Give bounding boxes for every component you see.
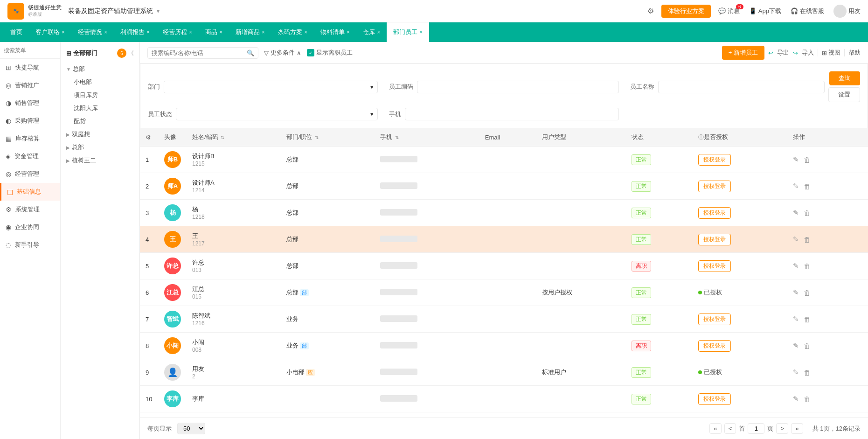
dept-group-header-general[interactable]: ▼ 总部: [61, 63, 139, 76]
sidebar-item-operation[interactable]: ◎经营管理: [0, 165, 60, 183]
nav-item-客户联络[interactable]: 客户联络×: [29, 22, 71, 42]
edit-icon[interactable]: ✎: [793, 262, 799, 270]
delete-icon[interactable]: 🗑: [804, 315, 811, 323]
sidebar-item-marketing[interactable]: ◎营销推广: [0, 77, 60, 94]
nav-close-icon[interactable]: ×: [419, 29, 423, 35]
emp-name-input[interactable]: [658, 81, 825, 93]
sidebar-search-input[interactable]: [4, 47, 61, 54]
nav-item-利润报告[interactable]: 利润报告×: [114, 22, 156, 42]
sidebar-item-quick-nav[interactable]: ⊞快捷导航: [0, 59, 60, 77]
nav-close-icon[interactable]: ×: [219, 29, 222, 35]
delete-icon[interactable]: 🗑: [804, 289, 811, 297]
nav-close-icon[interactable]: ×: [146, 29, 150, 35]
filter-more-btn[interactable]: ▽ 更多条件 ∧: [264, 49, 301, 57]
search-input[interactable]: [152, 49, 245, 56]
nav-item-首页[interactable]: 首页: [4, 22, 29, 42]
nav-item-新增商品[interactable]: 新增商品×: [229, 22, 271, 42]
nav-close-icon[interactable]: ×: [347, 29, 350, 35]
export-button[interactable]: 导出: [777, 49, 789, 57]
sidebar-item-finance[interactable]: ◈资金管理: [0, 147, 60, 165]
edit-icon[interactable]: ✎: [793, 288, 799, 297]
sidebar-item-system[interactable]: ⚙系统管理: [0, 201, 60, 218]
emp-code-input[interactable]: [417, 81, 619, 93]
nav-close-icon[interactable]: ×: [304, 29, 307, 35]
nav-item-部门员工[interactable]: 部门员工×: [387, 22, 429, 42]
sidebar-item-guide[interactable]: ◌新手引导: [0, 236, 60, 254]
auth-button[interactable]: 授权登录: [698, 340, 731, 352]
emp-status-select[interactable]: ▾: [176, 108, 378, 120]
dept-filter-select[interactable]: ▾: [164, 81, 378, 93]
chevron-down-icon[interactable]: ▾: [157, 8, 160, 14]
show-resigned-toggle[interactable]: ✓ 显示离职员工: [307, 49, 353, 57]
sidebar-item-purchase[interactable]: ◐采购管理: [0, 112, 60, 130]
nav-item-物料清单[interactable]: 物料清单×: [314, 22, 356, 42]
next-page-button[interactable]: >: [776, 423, 788, 434]
delete-icon[interactable]: 🗑: [804, 369, 811, 376]
first-page-button[interactable]: «: [709, 423, 721, 434]
edit-icon[interactable]: ✎: [793, 155, 799, 164]
dept-item-xiaodian[interactable]: 小电部: [61, 76, 139, 89]
delete-icon[interactable]: 🗑: [804, 236, 811, 244]
dept-group-header-shuangting[interactable]: ▶ 双庭想: [61, 128, 139, 141]
sidebar-item-basic[interactable]: ◫基础信息: [0, 183, 60, 201]
edit-icon[interactable]: ✎: [793, 341, 799, 350]
nav-close-icon[interactable]: ×: [262, 29, 265, 35]
auth-button[interactable]: 授权登录: [698, 234, 731, 245]
online-service-action[interactable]: 🎧 在线客服: [791, 7, 824, 15]
nav-close-icon[interactable]: ×: [377, 29, 380, 35]
dept-collapse-button[interactable]: 6: [117, 49, 126, 58]
auth-button[interactable]: 授权登录: [698, 207, 731, 219]
edit-icon[interactable]: ✎: [793, 368, 799, 376]
page-size-select[interactable]: 50 10 20 100: [177, 423, 205, 434]
delete-icon[interactable]: 🗑: [804, 156, 811, 164]
delete-icon[interactable]: 🗑: [804, 262, 811, 270]
auth-button[interactable]: 授权登录: [698, 260, 731, 272]
col-phone[interactable]: 手机 ⇅: [375, 128, 479, 146]
nav-close-icon[interactable]: ×: [189, 29, 192, 35]
last-page-button[interactable]: »: [791, 423, 803, 434]
trial-button[interactable]: 体验行业方案: [661, 5, 711, 18]
gear-icon[interactable]: ⚙: [647, 7, 654, 15]
dept-item-project[interactable]: 项目库房: [61, 89, 139, 102]
edit-icon[interactable]: ✎: [793, 182, 799, 190]
dept-item-peihuo[interactable]: 配货: [61, 115, 139, 128]
edit-icon[interactable]: ✎: [793, 235, 799, 244]
col-settings[interactable]: ⚙: [140, 128, 159, 146]
dept-item-shenyang[interactable]: 沈阳大库: [61, 102, 139, 115]
phone-input[interactable]: [405, 108, 619, 120]
search-icon[interactable]: 🔍: [247, 49, 254, 56]
app-download-action[interactable]: 📱 App下载: [749, 7, 781, 15]
import-button[interactable]: 导入: [802, 49, 814, 57]
message-action[interactable]: 💬 消息 6: [718, 7, 740, 15]
auth-button[interactable]: 授权登录: [698, 393, 731, 405]
dept-group-header-zhishu[interactable]: ▶ 植树王二: [61, 154, 139, 167]
edit-icon[interactable]: ✎: [793, 395, 799, 403]
prev-page-button[interactable]: <: [724, 423, 736, 434]
edit-icon[interactable]: ✎: [793, 315, 799, 323]
view-button[interactable]: ⊞ 视图: [822, 49, 840, 57]
nav-item-商品[interactable]: 商品×: [199, 22, 229, 42]
edit-icon[interactable]: ✎: [793, 209, 799, 217]
auth-button[interactable]: 授权登录: [698, 154, 731, 166]
col-name[interactable]: 姓名/编码 ⇅: [187, 128, 281, 146]
auth-button[interactable]: 授权登录: [698, 181, 731, 192]
user-action[interactable]: 用友: [833, 5, 861, 18]
col-dept[interactable]: 部门/职位 ⇅: [281, 128, 375, 146]
sidebar-item-sales[interactable]: ◑销售管理: [0, 94, 60, 112]
sidebar-item-inventory[interactable]: ▦库存核算: [0, 130, 60, 147]
more-button[interactable]: 帮助: [848, 49, 861, 57]
nav-item-经营情况[interactable]: 经营情况×: [71, 22, 114, 42]
delete-icon[interactable]: 🗑: [804, 182, 811, 190]
nav-close-icon[interactable]: ×: [104, 29, 107, 35]
auth-button[interactable]: 授权登录: [698, 314, 731, 325]
collapse-icon[interactable]: 《: [128, 49, 134, 57]
dept-title-label[interactable]: 全部部门: [73, 49, 97, 57]
filter-search-button[interactable]: 查询: [829, 71, 860, 85]
nav-item-仓库[interactable]: 仓库×: [356, 22, 387, 42]
nav-item-条码方案[interactable]: 条码方案×: [271, 22, 314, 42]
delete-icon[interactable]: 🗑: [804, 395, 811, 403]
delete-icon[interactable]: 🗑: [804, 342, 811, 350]
sidebar-item-enterprise[interactable]: ◉企业协同: [0, 218, 60, 236]
page-number-input[interactable]: [748, 423, 764, 434]
filter-set-button[interactable]: 设置: [828, 87, 860, 102]
